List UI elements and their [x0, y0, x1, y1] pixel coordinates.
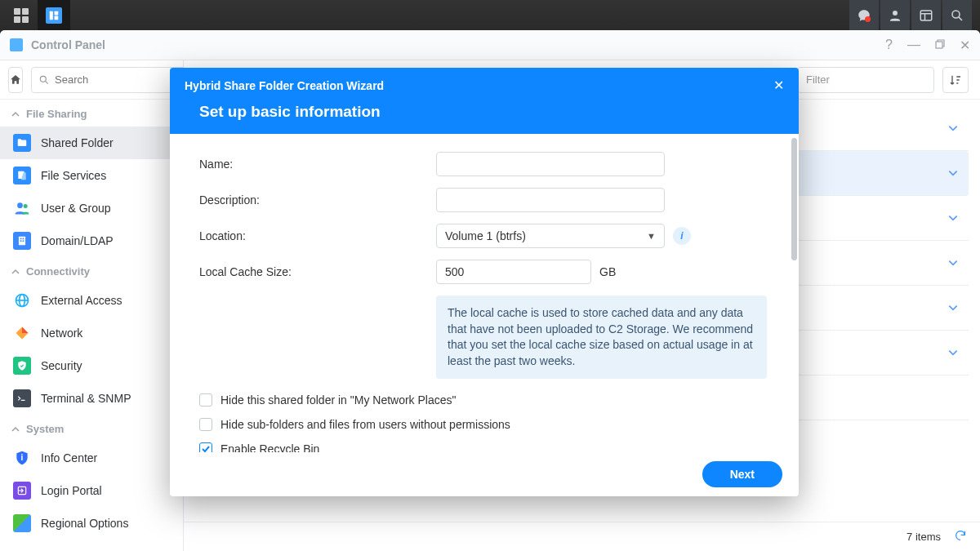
- sidebar-item-external-access[interactable]: External Access: [0, 284, 183, 317]
- sidebar-item-terminal-snmp[interactable]: Terminal & SNMP: [0, 382, 183, 415]
- notification-dot-icon: [865, 16, 871, 22]
- minimize-icon[interactable]: —: [907, 38, 920, 52]
- svg-text:i: i: [21, 453, 24, 462]
- sidebar-item-label: Terminal & SNMP: [41, 392, 131, 405]
- svg-rect-4: [920, 11, 932, 20]
- taskbar-search-icon[interactable]: [942, 0, 972, 30]
- window-titlebar[interactable]: Control Panel ? — ✕: [0, 30, 980, 60]
- taskbar-widgets-icon[interactable]: [911, 0, 941, 30]
- help-icon[interactable]: ?: [885, 38, 893, 52]
- sidebar-item-label: File Services: [41, 169, 106, 182]
- chevron-down-icon: [947, 347, 959, 358]
- chevron-up-icon: [11, 425, 20, 433]
- check-hide-subfolders[interactable]: Hide sub-folders and files from users wi…: [199, 418, 769, 431]
- taskbar-controlpanel-button[interactable]: [38, 0, 70, 30]
- sidebar-item-domain-ldap[interactable]: Domain/LDAP: [0, 224, 183, 257]
- filter-input[interactable]: Filter: [797, 67, 934, 93]
- chevron-down-icon: ▼: [647, 231, 656, 241]
- svg-point-13: [17, 202, 23, 208]
- file-services-icon: [13, 167, 31, 184]
- section-connectivity[interactable]: Connectivity: [0, 257, 183, 284]
- sidebar-item-regional-options[interactable]: Regional Options: [0, 507, 183, 540]
- close-icon[interactable]: ✕: [960, 38, 970, 53]
- svg-point-7: [952, 11, 960, 18]
- sidebar-item-label: External Access: [41, 294, 122, 307]
- next-button[interactable]: Next: [702, 461, 782, 487]
- checkbox-icon: [199, 418, 212, 431]
- home-icon: [9, 73, 22, 87]
- chevron-down-icon: [947, 122, 959, 134]
- taskbar-user-icon[interactable]: [880, 0, 910, 30]
- sidebar-item-label: Network: [41, 327, 82, 340]
- svg-rect-9: [936, 42, 942, 48]
- control-panel-icon: [46, 7, 62, 24]
- refresh-icon: [954, 529, 967, 542]
- info-center-icon: i: [13, 449, 31, 467]
- label-location: Location:: [199, 229, 436, 242]
- search-input[interactable]: [55, 73, 184, 86]
- check-label: Hide sub-folders and files from users wi…: [220, 418, 510, 431]
- home-button[interactable]: [8, 67, 23, 93]
- chevron-down-icon: [947, 257, 959, 269]
- cache-unit: GB: [599, 265, 616, 278]
- cache-size-input[interactable]: [436, 260, 591, 284]
- maximize-icon[interactable]: [935, 38, 945, 52]
- description-input[interactable]: [436, 188, 665, 212]
- filter-placeholder: Filter: [806, 73, 830, 86]
- svg-rect-0: [50, 11, 53, 20]
- check-label: Enable Recycle Bin: [220, 442, 319, 452]
- sidebar-item-label: Regional Options: [41, 517, 128, 530]
- sidebar-item-security[interactable]: Security: [0, 349, 183, 382]
- modal-subtitle: Set up basic information: [185, 103, 784, 121]
- item-count: 7 items: [906, 531, 941, 543]
- sidebar-item-file-services[interactable]: File Services: [0, 159, 183, 192]
- cache-note: The local cache is used to store cached …: [436, 295, 767, 379]
- svg-point-14: [24, 204, 28, 208]
- modal-close-button[interactable]: ✕: [773, 78, 784, 93]
- sidebar-item-label: Shared Folder: [41, 136, 114, 149]
- sidebar-item-label: Login Portal: [41, 484, 102, 497]
- name-input[interactable]: [436, 152, 665, 176]
- taskbar-chat-icon[interactable]: [849, 0, 879, 30]
- check-enable-recycle-bin[interactable]: Enable Recycle Bin: [199, 442, 769, 452]
- location-select[interactable]: Volume 1 (btrfs) ▼: [436, 224, 665, 248]
- sidebar: File Sharing Shared Folder File Services…: [0, 60, 184, 551]
- apps-grid-icon: [14, 8, 29, 23]
- label-cache-size: Local Cache Size:: [199, 265, 436, 278]
- section-file-sharing[interactable]: File Sharing: [0, 100, 183, 127]
- sidebar-item-label: Domain/LDAP: [41, 234, 114, 247]
- modal-scrollbar[interactable]: [791, 138, 797, 401]
- chevron-up-icon: [11, 268, 20, 276]
- svg-point-3: [893, 11, 898, 16]
- checkbox-icon: [199, 442, 212, 452]
- svg-rect-2: [55, 16, 59, 20]
- location-value: Volume 1 (btrfs): [445, 229, 526, 242]
- svg-rect-17: [23, 238, 24, 240]
- sidebar-item-network[interactable]: Network: [0, 317, 183, 349]
- domain-ldap-icon: [13, 232, 31, 250]
- sidebar-item-shared-folder[interactable]: Shared Folder: [0, 127, 183, 159]
- sidebar-item-login-portal[interactable]: Login Portal: [0, 474, 183, 507]
- sidebar-item-label: User & Group: [41, 202, 111, 215]
- section-system[interactable]: System: [0, 415, 183, 442]
- chevron-up-icon: [11, 110, 20, 118]
- check-hide-network-places[interactable]: Hide this shared folder in "My Network P…: [199, 393, 769, 407]
- chevron-down-icon: [947, 302, 959, 313]
- location-info-icon[interactable]: i: [673, 227, 691, 245]
- sidebar-item-label: Info Center: [41, 451, 97, 464]
- sidebar-item-user-group[interactable]: User & Group: [0, 192, 183, 224]
- svg-rect-18: [20, 240, 22, 242]
- refresh-button[interactable]: [954, 529, 967, 544]
- sort-button[interactable]: [942, 67, 969, 93]
- taskbar-apps-button[interactable]: [5, 0, 38, 30]
- chevron-down-icon: [947, 212, 959, 224]
- label-description: Description:: [199, 193, 436, 207]
- search-icon: [38, 74, 50, 86]
- svg-rect-16: [20, 238, 22, 240]
- modal-title: Hybrid Share Folder Creation Wizard: [185, 79, 384, 92]
- window-title: Control Panel: [31, 38, 105, 51]
- shared-folder-icon: [13, 134, 31, 152]
- sidebar-item-info-center[interactable]: i Info Center: [0, 442, 183, 474]
- sidebar-search[interactable]: [31, 67, 184, 93]
- svg-line-11: [45, 81, 47, 83]
